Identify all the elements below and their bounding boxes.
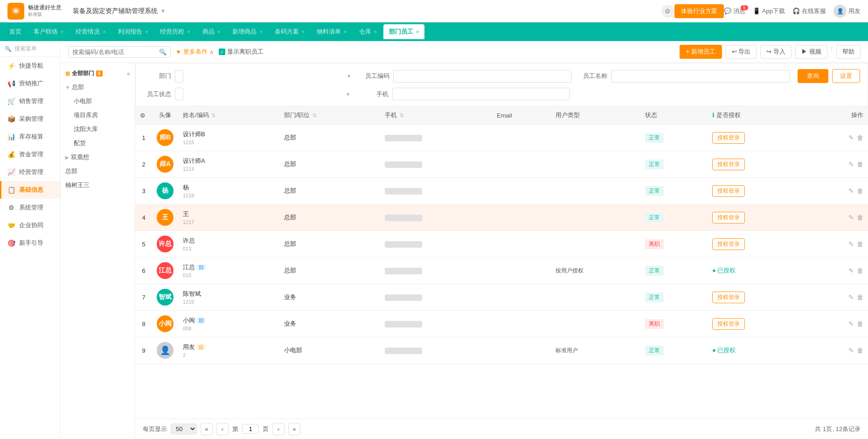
th-phone[interactable]: 手机 ⇅ — [380, 106, 492, 125]
sidebar-item-sales[interactable]: 🛒 销售管理 — [0, 92, 60, 110]
add-employee-button[interactable]: + 新增员工 — [680, 45, 722, 59]
th-name-code[interactable]: 姓名/编码 ⇅ — [178, 106, 279, 125]
sort-dept-icon[interactable]: ⇅ — [312, 112, 317, 118]
settings-filter-button[interactable]: 设置 — [832, 69, 860, 83]
settings-button[interactable]: ⚙ — [661, 5, 674, 18]
tab-warehouse[interactable]: 仓库 × — [354, 24, 382, 39]
video-button[interactable]: ▶ 视频 — [795, 45, 827, 59]
sidebar-item-purchase[interactable]: 📦 采购管理 — [0, 110, 60, 128]
sidebar-item-operations[interactable]: 📈 经营管理 — [0, 163, 60, 181]
tab-home[interactable]: 首页 — [4, 24, 27, 39]
dept-item-shuangluxiang[interactable]: ▶ 双鹿想 — [61, 150, 135, 164]
first-page-button[interactable]: « — [201, 423, 213, 435]
edit-button[interactable]: ✎ — [848, 267, 854, 274]
prev-page-button[interactable]: ‹ — [216, 423, 229, 435]
th-dept-position[interactable]: 部门/职位 ⇅ — [279, 106, 381, 125]
sidebar-item-collaboration[interactable]: 🤝 企业协同 — [0, 216, 60, 234]
tab-add-goods[interactable]: 新增商品 × — [227, 24, 268, 39]
dept-item-distribution[interactable]: 配货 — [61, 136, 135, 150]
auth-login-button[interactable]: 授权登录 — [712, 132, 745, 144]
delete-button[interactable]: 🗑 — [857, 347, 863, 354]
dept-item-xiaodibu[interactable]: 小电部 — [61, 94, 135, 108]
auth-login-button[interactable]: 授权登录 — [712, 292, 745, 303]
dept-item-shenyang-storage[interactable]: 沈阳大库 — [61, 122, 135, 136]
tab-goods[interactable]: 商品 × — [197, 24, 226, 39]
edit-button[interactable]: ✎ — [848, 187, 854, 195]
dept-item-zongbu-root[interactable]: ▼ 总部 — [61, 80, 135, 94]
sidebar-item-basic-info[interactable]: 📋 基础信息 — [0, 181, 60, 199]
dept-collapse-button[interactable]: « — [127, 70, 130, 77]
help-button[interactable]: 帮助 — [836, 45, 861, 59]
edit-button[interactable]: ✎ — [848, 214, 854, 221]
edit-button[interactable]: ✎ — [848, 134, 854, 141]
sidebar-search[interactable]: 🔍 搜索菜单 — [0, 41, 60, 57]
tab-operations[interactable]: 经营情况 × — [70, 24, 111, 39]
tab-profit[interactable]: 利润报告 × — [112, 24, 153, 39]
query-button[interactable]: 查询 — [798, 69, 828, 83]
delete-button[interactable]: 🗑 — [857, 293, 863, 301]
app-download-button[interactable]: 📱 App下载 — [753, 7, 785, 15]
filter-emp-name-input[interactable] — [611, 70, 790, 83]
tab-bom[interactable]: 物料清单 × — [311, 24, 352, 39]
tab-customer-close[interactable]: × — [61, 29, 63, 35]
filter-dept-select[interactable] — [175, 70, 183, 83]
sort-phone-icon[interactable]: ⇅ — [400, 112, 404, 118]
try-industry-button[interactable]: 体验行业方案 — [674, 4, 724, 18]
tab-customer[interactable]: 客户联络 × — [28, 24, 69, 39]
edit-button[interactable]: ✎ — [848, 240, 854, 248]
next-page-button[interactable]: › — [272, 423, 285, 435]
import-button[interactable]: ↪ 导入 — [760, 45, 792, 59]
page-number-input[interactable] — [242, 424, 259, 434]
tab-history[interactable]: 经营历程 × — [154, 24, 195, 39]
sidebar-item-system[interactable]: ⚙ 系统管理 — [0, 199, 60, 216]
export-button[interactable]: ↩ 导出 — [726, 45, 757, 59]
tab-profit-close[interactable]: × — [145, 29, 148, 35]
tab-operations-close[interactable]: × — [103, 29, 105, 35]
sidebar-item-finance[interactable]: 💰 资金管理 — [0, 146, 60, 163]
sort-name-icon[interactable]: ⇅ — [211, 112, 215, 118]
tab-employees-close[interactable]: × — [416, 29, 419, 35]
delete-button[interactable]: 🗑 — [857, 320, 863, 328]
edit-button[interactable]: ✎ — [848, 347, 854, 354]
tab-history-close[interactable]: × — [187, 29, 190, 35]
checkbox-icon[interactable]: ✓ — [219, 49, 225, 55]
delete-button[interactable]: 🗑 — [857, 214, 863, 221]
message-button[interactable]: 💬 消息 5 — [724, 7, 745, 15]
sidebar-item-guide[interactable]: 🎯 新手引导 — [0, 234, 60, 252]
tab-add-goods-close[interactable]: × — [259, 29, 262, 35]
auth-login-button[interactable]: 授权登录 — [712, 185, 745, 197]
filter-phone-input[interactable] — [392, 88, 570, 100]
auth-login-button[interactable]: 授权登录 — [712, 212, 745, 223]
sidebar-item-marketing[interactable]: 📢 营销推广 — [0, 75, 60, 92]
auth-login-button[interactable]: 授权登录 — [712, 238, 745, 250]
delete-button[interactable]: 🗑 — [857, 160, 863, 168]
filter-emp-status-select[interactable] — [175, 88, 183, 100]
more-conditions-button[interactable]: ▼ 更多条件 ∧ — [175, 48, 214, 56]
online-service-button[interactable]: 🎧 在线客服 — [792, 7, 826, 15]
last-page-button[interactable]: » — [288, 423, 300, 435]
per-page-select[interactable]: 50 100 200 — [171, 424, 197, 434]
tab-barcode-close[interactable]: × — [302, 29, 305, 35]
dept-item-nanshu[interactable]: 楠树王三 — [61, 178, 135, 192]
dept-item-zongbu[interactable]: 总部 — [61, 164, 135, 178]
auth-login-button[interactable]: 授权登录 — [712, 159, 745, 170]
edit-button[interactable]: ✎ — [848, 160, 854, 168]
tab-barcode[interactable]: 条码方案 × — [269, 24, 310, 39]
filter-emp-code-input[interactable] — [393, 70, 572, 83]
edit-button[interactable]: ✎ — [848, 293, 854, 301]
delete-button[interactable]: 🗑 — [857, 267, 863, 274]
edit-button[interactable]: ✎ — [848, 320, 854, 328]
show-resigned-checkbox[interactable]: ✓ 显示离职员工 — [219, 48, 264, 56]
sidebar-item-inventory[interactable]: 📊 库存核算 — [0, 128, 60, 146]
title-dropdown-icon[interactable]: ▾ — [161, 7, 165, 14]
search-input[interactable] — [72, 49, 156, 56]
search-filter[interactable]: 🔍 — [68, 46, 171, 58]
user-menu[interactable]: 👤 用友 — [833, 5, 861, 18]
tab-employees[interactable]: 部门员工 × — [383, 24, 424, 39]
auth-login-button[interactable]: 授权登录 — [712, 318, 745, 330]
th-settings[interactable]: ⚙ — [135, 106, 152, 125]
sidebar-item-quick-nav[interactable]: ⚡ 快捷导航 — [0, 57, 60, 75]
tab-warehouse-close[interactable]: × — [374, 29, 377, 35]
delete-button[interactable]: 🗑 — [857, 240, 863, 248]
delete-button[interactable]: 🗑 — [857, 187, 863, 195]
